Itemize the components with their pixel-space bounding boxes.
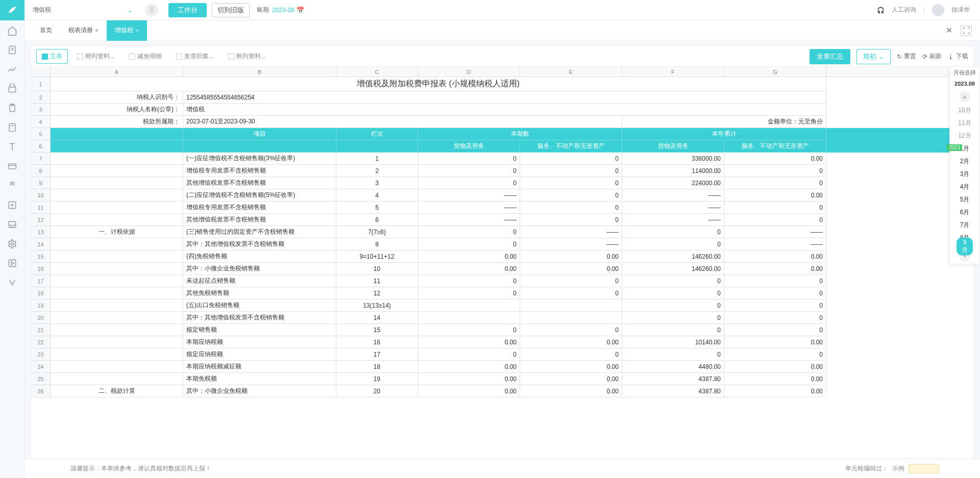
app-logo[interactable] <box>0 0 24 20</box>
calendar-icon[interactable]: 📅 <box>297 7 304 14</box>
top-header: 增值税 ⌄ ☰ 工作台 切到旧版 账期 2023-09 📅 🎧 人工咨询 | 徐… <box>0 0 980 20</box>
chevron-down-icon: ⌄ <box>128 7 133 14</box>
tab-增值税[interactable]: 增值税× <box>107 20 147 21</box>
company-selector[interactable]: 增值税 ⌄ <box>24 6 141 14</box>
period-label: 账期 <box>257 6 269 14</box>
tab-首页[interactable]: 首页 <box>32 20 60 21</box>
list-icon-button[interactable]: ☰ <box>145 4 158 17</box>
avatar[interactable] <box>932 4 944 16</box>
username: 徐泽华 <box>951 6 970 14</box>
switch-old-button[interactable]: 切到旧版 <box>212 3 250 17</box>
headset-icon[interactable]: 🎧 <box>877 7 885 14</box>
consult-link[interactable]: 人工咨询 <box>892 6 916 14</box>
company-name: 增值税 <box>33 6 51 14</box>
workbench-button[interactable]: 工作台 <box>168 3 207 17</box>
tab-税表清册[interactable]: 税表清册× <box>60 20 107 21</box>
period-value[interactable]: 2023-09 <box>272 7 295 14</box>
